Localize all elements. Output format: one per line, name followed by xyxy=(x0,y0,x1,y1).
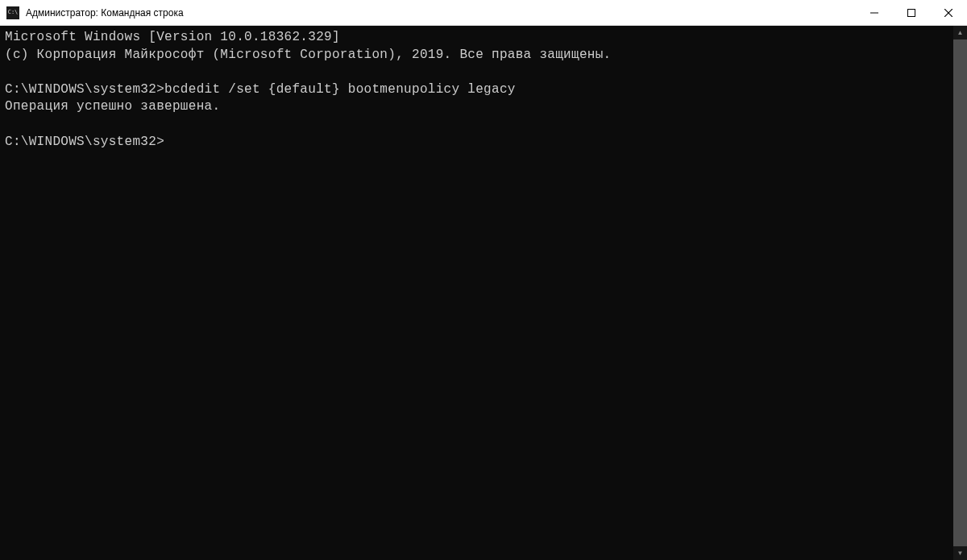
terminal-prompt-1: C:\WINDOWS\system32> xyxy=(5,82,164,97)
terminal-body: Microsoft Windows [Version 10.0.18362.32… xyxy=(0,26,967,560)
cmd-window: C:\ Администратор: Командная строка xyxy=(0,0,967,560)
title-bar[interactable]: C:\ Администратор: Командная строка xyxy=(0,0,967,26)
window-controls xyxy=(856,0,967,25)
close-icon xyxy=(944,9,952,17)
window-title: Администратор: Командная строка xyxy=(26,7,184,19)
title-left: C:\ Администратор: Командная строка xyxy=(0,6,184,19)
terminal-line-result: Операция успешно завершена. xyxy=(5,99,220,114)
scroll-up-arrow[interactable]: ▲ xyxy=(953,26,967,39)
close-button[interactable] xyxy=(930,0,967,25)
scroll-down-arrow[interactable]: ▼ xyxy=(953,546,967,560)
svg-rect-1 xyxy=(908,9,915,16)
terminal-command-1: bcdedit /set {default} bootmenupolicy le… xyxy=(164,82,516,97)
terminal-content[interactable]: Microsoft Windows [Version 10.0.18362.32… xyxy=(0,26,953,560)
terminal-prompt-2: C:\WINDOWS\system32> xyxy=(5,135,164,149)
minimize-icon xyxy=(870,9,878,17)
maximize-icon xyxy=(907,9,915,17)
cmd-icon: C:\ xyxy=(6,6,19,19)
vertical-scrollbar[interactable]: ▲ ▼ xyxy=(953,26,967,560)
maximize-button[interactable] xyxy=(893,0,930,25)
minimize-button[interactable] xyxy=(856,0,893,25)
terminal-line-version: Microsoft Windows [Version 10.0.18362.32… xyxy=(5,30,340,44)
terminal-line-copyright: (c) Корпорация Майкрософт (Microsoft Cor… xyxy=(5,48,612,62)
scroll-thumb[interactable] xyxy=(953,39,967,546)
